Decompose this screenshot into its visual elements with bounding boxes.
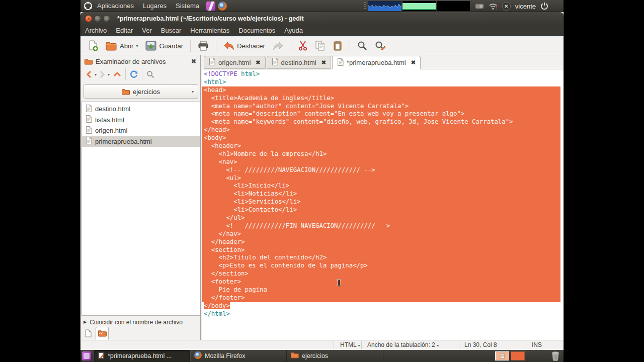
code-line[interactable]: </body> bbox=[202, 302, 560, 310]
show-desktop-button[interactable] bbox=[82, 351, 91, 360]
file-row[interactable]: primeraprueba.html bbox=[82, 136, 200, 147]
code-line[interactable]: <!-- ///////////FIN NAVEGACION//////////… bbox=[202, 222, 560, 230]
session-username[interactable]: vicente bbox=[515, 3, 536, 10]
code-line[interactable]: </footer> bbox=[202, 294, 560, 302]
window-minimize-button[interactable]: − bbox=[94, 15, 101, 22]
panel-close-icon[interactable]: ✖ bbox=[191, 58, 196, 65]
file-row[interactable]: origen.html bbox=[82, 125, 200, 136]
applet-handle[interactable] bbox=[364, 2, 366, 10]
open-dropdown-icon[interactable]: ▾ bbox=[136, 44, 138, 48]
code-line[interactable]: </header> bbox=[202, 238, 560, 246]
taskbar-firefox[interactable]: Mozilla Firefox bbox=[190, 350, 287, 362]
code-line[interactable]: <html> bbox=[202, 78, 560, 86]
filter-search-icon[interactable] bbox=[146, 70, 154, 78]
workspace-1[interactable] bbox=[495, 351, 509, 360]
tab-destino.html[interactable]: destino.html✖ bbox=[267, 56, 331, 69]
menu-ayuda[interactable]: Ayuda bbox=[280, 25, 307, 36]
system-monitor-applet[interactable] bbox=[362, 1, 470, 11]
code-line[interactable]: <li>Inicio</li> bbox=[202, 182, 560, 190]
new-document-button[interactable] bbox=[86, 39, 101, 53]
menu-archivo[interactable]: Archivo bbox=[80, 25, 111, 36]
window-close-button[interactable]: × bbox=[85, 15, 92, 22]
code-line[interactable]: <!DOCTYPE html> bbox=[202, 70, 560, 78]
back-icon[interactable] bbox=[86, 70, 93, 78]
refresh-icon[interactable] bbox=[130, 70, 138, 78]
taskbar-gedit[interactable]: *primeraprueba.html ... bbox=[94, 350, 190, 362]
workspace-2[interactable] bbox=[511, 351, 525, 360]
device-indicator-icon[interactable] bbox=[475, 3, 484, 10]
code-line[interactable]: <footer> bbox=[202, 278, 560, 286]
cut-button[interactable] bbox=[296, 39, 310, 52]
language-selector[interactable]: HTML ▾ bbox=[340, 340, 360, 350]
code-line[interactable]: <meta name="keywords" content="diseño, w… bbox=[202, 118, 560, 126]
distro-logo-icon[interactable] bbox=[84, 2, 93, 11]
forward-icon[interactable] bbox=[99, 70, 106, 78]
tab-origen.html[interactable]: origen.html✖ bbox=[204, 56, 266, 69]
menu-documentos[interactable]: Documentos bbox=[234, 25, 280, 36]
menu-buscar[interactable]: Buscar bbox=[156, 25, 186, 36]
tab-close-icon[interactable]: ✖ bbox=[256, 59, 260, 66]
tab-primeraprueba.html[interactable]: *primeraprueba.html✖ bbox=[332, 56, 421, 69]
code-line[interactable]: <h1>Nombre de la empresa</h1> bbox=[202, 150, 560, 158]
code-line[interactable]: Pie de pagina bbox=[202, 286, 560, 294]
paste-button[interactable] bbox=[330, 39, 345, 52]
trash-icon[interactable] bbox=[550, 351, 560, 362]
code-line[interactable]: <title>Academia de ingles</title> bbox=[202, 95, 560, 103]
code-line[interactable]: <li>Servicios</li> bbox=[202, 198, 560, 206]
redo-button[interactable] bbox=[270, 40, 286, 52]
menu-editar[interactable]: Editar bbox=[111, 25, 137, 36]
code-line[interactable]: <h2>Titulo del contenido</h2> bbox=[202, 254, 560, 262]
save-button[interactable]: Guardar bbox=[143, 39, 186, 52]
code-line[interactable]: <body> bbox=[202, 134, 560, 142]
tab-close-icon[interactable]: ✖ bbox=[321, 59, 326, 66]
toolbar-separator bbox=[291, 40, 291, 52]
power-icon[interactable] bbox=[540, 2, 548, 10]
code-line[interactable]: <head> bbox=[202, 86, 560, 95]
code-line[interactable]: </html> bbox=[202, 310, 560, 318]
copy-button[interactable] bbox=[312, 39, 328, 52]
file-browser-panel-tab[interactable] bbox=[96, 327, 109, 340]
location-combobox[interactable]: ejercicios ▾ bbox=[84, 84, 198, 99]
panel-menu-sistema[interactable]: Sistema bbox=[171, 0, 204, 12]
code-line[interactable]: <p>Esto es el contenido de la pagina</p> bbox=[202, 262, 560, 270]
firefox-launcher-icon[interactable] bbox=[218, 2, 227, 11]
menu-herramientas[interactable]: Herramientas bbox=[186, 25, 234, 36]
replace-button[interactable] bbox=[372, 39, 388, 52]
print-button[interactable] bbox=[195, 39, 211, 52]
back-history-dropdown-icon[interactable]: ▾ bbox=[95, 72, 97, 77]
undo-button[interactable]: Deshacer bbox=[221, 40, 268, 52]
code-line[interactable]: <nav> bbox=[202, 158, 560, 166]
panel-menu-lugares[interactable]: Lugares bbox=[138, 0, 171, 12]
code-line[interactable]: <li>Noticias</li> bbox=[202, 190, 560, 198]
text-editor[interactable]: <!DOCTYPE html><html><head> <title>Acade… bbox=[202, 69, 564, 340]
titlebar[interactable]: × − ▫ *primeraprueba.html (~/Escritorio/… bbox=[80, 12, 564, 25]
forward-history-dropdown-icon[interactable]: ▾ bbox=[108, 72, 110, 77]
match-filename-expander[interactable]: ▶ Coincidir con el nombre de archivo bbox=[80, 317, 200, 327]
open-button[interactable]: Abrir ▾ bbox=[103, 40, 140, 52]
code-line[interactable]: </section> bbox=[202, 270, 560, 278]
code-line[interactable]: </head> bbox=[202, 126, 560, 134]
tab-width-selector[interactable]: Ancho de la tabulación: 2 ▾ bbox=[367, 340, 439, 350]
menu-ver[interactable]: Ver bbox=[137, 25, 156, 36]
video-editor-launcher-icon[interactable] bbox=[206, 2, 215, 11]
search-button[interactable] bbox=[355, 39, 370, 52]
file-row[interactable]: listas.html bbox=[82, 115, 200, 126]
window-maximize-button[interactable]: ▫ bbox=[103, 15, 110, 22]
code-line[interactable]: <header> bbox=[202, 142, 560, 150]
code-line[interactable]: <!-- /////////NAVEGACION//////////// --> bbox=[202, 166, 560, 174]
tab-close-icon[interactable]: ✖ bbox=[411, 59, 416, 66]
code-line[interactable]: <ul> bbox=[202, 174, 560, 183]
code-line[interactable]: <section> bbox=[202, 246, 560, 254]
code-line[interactable]: </nav> bbox=[202, 230, 560, 238]
documents-panel-tab[interactable] bbox=[82, 327, 95, 340]
panel-menu-aplicaciones[interactable]: Aplicaciones bbox=[93, 0, 138, 12]
code-line[interactable]: </ul> bbox=[202, 214, 560, 222]
taskbar-folder[interactable]: ejercicios bbox=[287, 350, 383, 362]
code-line[interactable]: <li>Contacto</li> bbox=[202, 206, 560, 214]
code-line[interactable]: <meta name="author" content="Jose Vicent… bbox=[202, 103, 560, 111]
file-row[interactable]: destino.html bbox=[82, 104, 200, 115]
wifi-indicator-icon[interactable]: ! bbox=[489, 3, 498, 10]
user-status-icon[interactable]: ✕ bbox=[502, 2, 511, 11]
up-icon[interactable] bbox=[113, 70, 121, 78]
code-line[interactable]: <meta name="description" content="En est… bbox=[202, 110, 560, 118]
